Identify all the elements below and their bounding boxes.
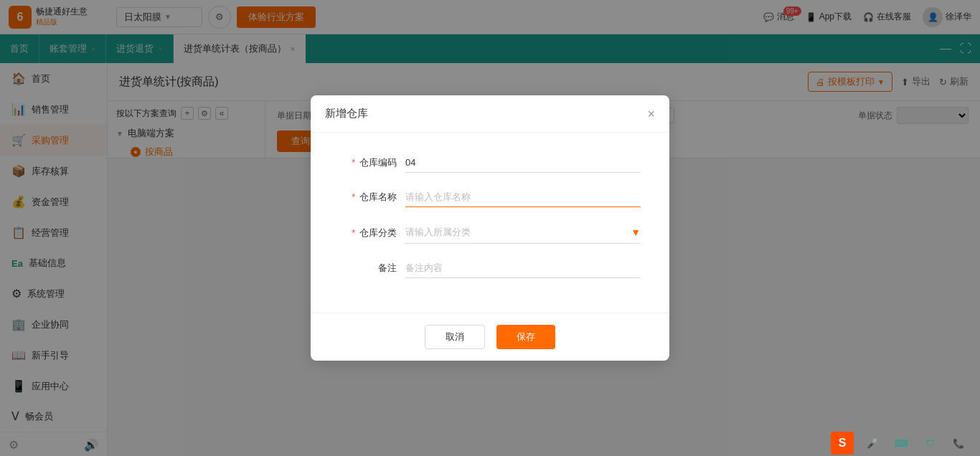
modal-footer: 取消 保存	[311, 313, 669, 361]
warehouse-category-select[interactable]: 请输入所属分类 ▼	[405, 222, 641, 244]
mic-icon[interactable]: 🎤	[862, 433, 882, 453]
category-label: * 仓库分类	[339, 227, 397, 239]
keyboard-icon[interactable]: ⌨	[891, 433, 911, 453]
form-row-code: * 仓库编码	[339, 153, 641, 173]
note-label: 备注	[339, 262, 397, 275]
name-label: * 仓库名称	[339, 191, 397, 204]
modal-close-button[interactable]: ×	[647, 108, 655, 120]
s-logo-icon[interactable]: S	[831, 432, 854, 455]
form-row-note: 备注	[339, 258, 641, 278]
code-label: * 仓库编码	[339, 156, 397, 169]
form-row-name: * 仓库名称	[339, 187, 641, 207]
category-placeholder: 请输入所属分类	[405, 226, 471, 239]
warehouse-code-input[interactable]	[405, 153, 641, 173]
modal-overlay: 新增仓库 × * 仓库编码 * 仓库名称	[0, 0, 980, 456]
modal-title: 新增仓库	[325, 107, 368, 120]
phone-icon[interactable]: 📞	[948, 433, 969, 453]
shield-icon[interactable]: 🛡	[920, 433, 940, 453]
form-row-category: * 仓库分类 请输入所属分类 ▼	[339, 222, 641, 244]
category-arrow-icon: ▼	[631, 227, 641, 238]
warehouse-name-input[interactable]	[405, 187, 641, 207]
modal-header: 新增仓库 ×	[311, 95, 669, 133]
warehouse-note-input[interactable]	[405, 258, 641, 278]
cancel-button[interactable]: 取消	[425, 325, 485, 349]
bottom-bar: S 🎤 ⌨ 🛡 📞	[819, 430, 980, 456]
save-button[interactable]: 保存	[496, 325, 555, 349]
add-warehouse-modal: 新增仓库 × * 仓库编码 * 仓库名称	[311, 95, 669, 361]
modal-body: * 仓库编码 * 仓库名称 * 仓库分类 请输入所属	[311, 133, 669, 313]
